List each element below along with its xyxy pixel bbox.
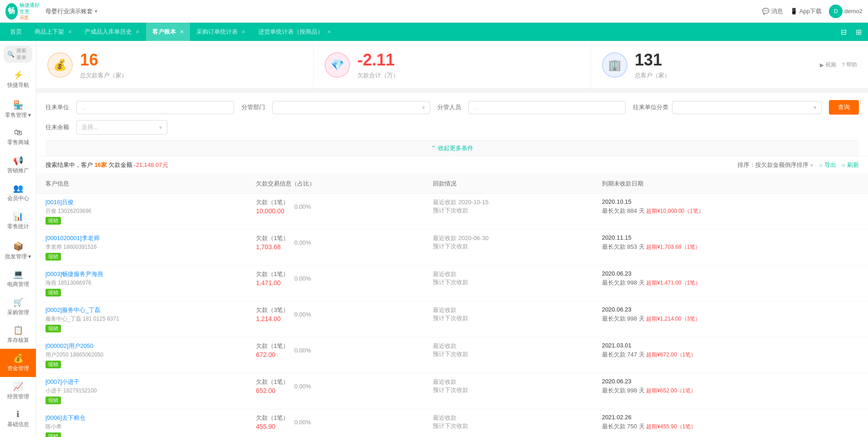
customer-name-link-4[interactable]: [000002]用户2050 xyxy=(45,342,94,349)
app-download-btn[interactable]: 📱 App下载 xyxy=(790,7,822,15)
sidebar-item-finance[interactable]: 💰 资金管理 xyxy=(0,349,36,377)
close-tab-purchase-stats[interactable]: ✕ xyxy=(241,29,246,35)
sidebar-item-operations[interactable]: 📈 经营管理 xyxy=(0,377,36,405)
tab-home[interactable]: 首页 xyxy=(4,23,28,41)
sidebar-item-member[interactable]: 👥 会员中心 xyxy=(0,179,36,207)
cell-recovery-6: 最近收款 预计下次收款 xyxy=(424,409,592,437)
customer-name-link-2[interactable]: [0003]畅捷服务尹海燕 xyxy=(45,271,103,277)
debt-customers-label: 总欠款客户（家） xyxy=(80,71,127,80)
ecommerce-icon: 💻 xyxy=(13,269,23,279)
close-tab-product-listing[interactable]: ✕ xyxy=(68,29,72,35)
sidebar-item-wholesale[interactable]: 📦 批发管理 ▾ xyxy=(0,237,36,265)
debt-cell-0: 欠款（1笔） 10,000.00 0.00% xyxy=(256,198,415,215)
last-recovery-6: 最近收款 xyxy=(433,414,583,422)
total-customers-value: 131 xyxy=(635,50,670,70)
stat-card-total-customers: 🏢 131 总客户（家） ▶ 视频 ? 帮助 xyxy=(591,41,868,89)
sidebar-item-inventory[interactable]: 📋 库存核算 xyxy=(0,321,36,349)
wholesale-label: 批发管理 ▾ xyxy=(5,253,31,261)
overdue-link-1[interactable]: 超期¥1,703.68（1笔） xyxy=(646,244,701,250)
sidebar-item-ecommerce[interactable]: 💻 电商管理 xyxy=(0,265,36,293)
debt-count-1: 欠款（1笔） xyxy=(256,234,289,242)
tab-customer-ledger[interactable]: 客户账本 ✕ xyxy=(146,23,190,41)
customer-name-link-5[interactable]: [0007]小进干 xyxy=(45,378,80,385)
due-date-1: 2020.11.15 xyxy=(602,234,859,241)
tab-customer-ledger-label: 客户账本 xyxy=(152,28,176,36)
view-video-label: 视频 xyxy=(825,61,836,69)
next-recovery-1: 预计下次收款 xyxy=(433,242,583,251)
view-video-btn[interactable]: ▶ 视频 xyxy=(820,61,836,69)
overdue-link-2[interactable]: 超期¥1,471.00（1笔） xyxy=(646,280,701,286)
nav-collapse-btn[interactable]: ⊟ xyxy=(838,28,849,36)
tab-product-listing[interactable]: 商品上下架 ✕ xyxy=(28,23,78,41)
chevron-down-sort-icon: ▾ xyxy=(810,162,813,169)
debt-customers-icon-wrap: 💰 xyxy=(47,52,73,78)
tab-purchase-stats[interactable]: 采购订单统计表 ✕ xyxy=(190,23,252,41)
user-profile[interactable]: D demo2 xyxy=(829,5,863,18)
sidebar-item-retail-mgmt[interactable]: 🏪 零售管理 ▾ xyxy=(0,95,36,124)
debt-ratio-3: 0.00% xyxy=(294,311,311,318)
overdue-link-6[interactable]: 超期¥455.90（1笔） xyxy=(646,423,696,430)
filter-dept-select[interactable]: ▾ xyxy=(272,101,430,114)
nav-expand-btn[interactable]: ⊞ xyxy=(853,28,864,36)
sidebar-item-quick-nav[interactable]: ⚡ 快捷导航 xyxy=(0,65,36,94)
refresh-label: 刷新 xyxy=(847,161,859,169)
company-selector[interactable]: 母婴行业演示账套 ▾ xyxy=(45,7,98,15)
filter-dept: 分管部门 ▾ xyxy=(241,101,430,114)
debt-ratio-4: 0.00% xyxy=(294,347,311,354)
filter-unit-class-select[interactable]: ▾ xyxy=(672,101,822,114)
help-btn[interactable]: ? 帮助 xyxy=(842,61,857,69)
overdue-days-4: 最长欠款 747 天 xyxy=(602,351,647,358)
collapse-more-conditions[interactable]: ⌃ 收起更多条件 xyxy=(45,140,859,156)
chevron-down-icon-balance: ▾ xyxy=(159,124,162,131)
overdue-link-0[interactable]: 超期¥10,000.00（1笔） xyxy=(646,208,704,214)
customer-tag-1: 现销 xyxy=(45,253,61,261)
sidebar-item-marketing[interactable]: 📢 营销推广 xyxy=(0,151,36,179)
table-row: [000002]用户2050 用户2050 18665062050 现销 欠款（… xyxy=(36,337,868,373)
close-tab-goods-stats[interactable]: ✕ xyxy=(327,29,331,35)
search-button[interactable]: 查询 xyxy=(829,100,859,115)
sidebar-item-purchase[interactable]: 🛒 采购管理 xyxy=(0,293,36,321)
sidebar-item-retail-stats[interactable]: 📊 零售统计 xyxy=(0,207,36,235)
debt-total-value: -2.11 xyxy=(357,50,399,70)
retail-mgmt-icon: 🏪 xyxy=(13,100,23,110)
filter-person-input[interactable]: ... xyxy=(468,101,626,114)
message-btn[interactable]: 💬 消息 xyxy=(762,7,783,15)
tab-goods-stats-label: 进货单统计表（按商品） xyxy=(258,28,323,36)
company-arrow-icon: ▾ xyxy=(95,8,98,15)
tab-finished-goods[interactable]: 产成品入库单历史 ✕ xyxy=(78,23,146,41)
due-date-2: 2020.06.23 xyxy=(602,270,859,277)
refresh-button[interactable]: ○ 刷新 xyxy=(842,161,859,169)
cell-debt-3: 欠款（3笔） 1,214.00 0.00% xyxy=(247,301,424,337)
overdue-link-5[interactable]: 超期¥652.00（1笔） xyxy=(646,387,696,394)
sidebar-item-retail-mall[interactable]: 🛍 零售商城 xyxy=(0,123,36,151)
col-header-recovery: 回款情况 xyxy=(424,174,592,194)
debt-customers-icon: 💰 xyxy=(53,59,67,71)
filter-dept-label: 分管部门 xyxy=(241,103,269,111)
filter-row-2: 往来余额 选择... ▾ xyxy=(45,120,859,135)
filter-balance-select[interactable]: 选择... ▾ xyxy=(76,120,167,135)
close-tab-finished-goods[interactable]: ✕ xyxy=(135,29,140,35)
tab-goods-stats[interactable]: 进货单统计表（按商品） ✕ xyxy=(252,23,337,41)
sidebar-item-system[interactable]: ⚙ 系统管理 xyxy=(0,433,36,437)
customer-name-link-0[interactable]: [0016]吕俊 xyxy=(45,199,74,206)
close-tab-customer-ledger[interactable]: ✕ xyxy=(180,29,184,35)
overdue-link-3[interactable]: 超期¥1,214.00（3笔） xyxy=(646,316,701,322)
table-row: [0001020001]李老师 李老师 18600391516 现销 欠款（1笔… xyxy=(36,230,868,266)
customer-name-link-3[interactable]: [0002]服务中心_丁磊 xyxy=(45,306,100,313)
sort-selector[interactable]: 排序：按欠款金额倒序排序 ▾ xyxy=(738,161,813,169)
nav-tabs-right-controls: ⊟ ⊞ xyxy=(838,28,864,36)
customer-name-link-6[interactable]: [0006]去下粮仓 xyxy=(45,414,85,421)
filter-row-1: 往来单位 ... 分管部门 ▾ 分管人员 ... xyxy=(45,100,859,115)
cell-recovery-4: 最近收款 预计下次收款 xyxy=(424,337,592,373)
customer-tag-2: 现销 xyxy=(45,289,61,296)
export-button[interactable]: ○ 导出 xyxy=(819,161,836,169)
total-customers-icon: 🏢 xyxy=(608,59,622,71)
filter-unit-input[interactable]: ... xyxy=(76,101,234,114)
sidebar-item-base-info[interactable]: ℹ 基础信息 xyxy=(0,405,36,433)
sidebar-search-area[interactable]: 🔍 搜索菜单 xyxy=(0,41,36,65)
overdue-link-4[interactable]: 超期¥672.00（1笔） xyxy=(646,352,696,358)
search-menu-box[interactable]: 🔍 搜索菜单 xyxy=(4,45,32,63)
customer-name-link-1[interactable]: [0001020001]李老师 xyxy=(45,235,100,241)
debt-ratio-2: 0.00% xyxy=(294,275,311,282)
retail-stats-icon: 📊 xyxy=(13,211,23,221)
